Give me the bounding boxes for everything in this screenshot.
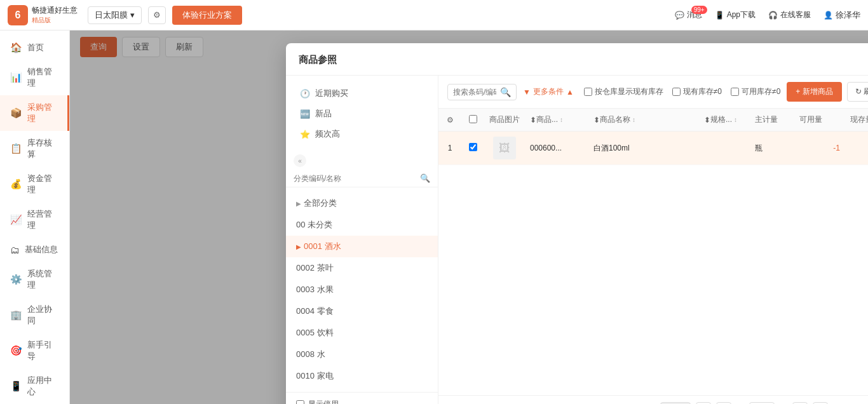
chevron-down-icon: ▾ bbox=[130, 10, 135, 20]
sort-arrow-code[interactable]: ↕ bbox=[560, 116, 563, 123]
product-search-bar: 🔍 ▼ 更多条件 ▲ 按仓库显示现有库存 bbox=[438, 76, 868, 109]
filter-avail-nonzero[interactable]: 可用库存≠0 bbox=[731, 86, 780, 97]
messages-nav-item[interactable]: 💬 99+ 消息 bbox=[675, 10, 702, 20]
enterprise-icon: 🏢 bbox=[10, 309, 22, 321]
online-service-nav-item[interactable]: 🎧 在线客服 bbox=[768, 10, 811, 20]
quick-link-new[interactable]: 🆕 新品 bbox=[294, 104, 430, 124]
show-disabled-area: 显示停用 bbox=[286, 392, 438, 404]
download-icon: 📱 bbox=[715, 11, 724, 20]
category-appliance[interactable]: 0010 家电 bbox=[286, 365, 438, 387]
inventory-icon: 📋 bbox=[10, 143, 22, 154]
category-liquor[interactable]: ▶ 0001 酒水 bbox=[286, 236, 438, 257]
category-unclassified[interactable]: 00 未分类 bbox=[286, 214, 438, 236]
app-download-nav-item[interactable]: 📱 App下载 bbox=[715, 10, 756, 20]
th-name[interactable]: ⬍ 商品名称 ↕ bbox=[588, 109, 699, 131]
category-tea[interactable]: 0002 茶叶 bbox=[286, 257, 438, 279]
quick-links: 🕐 近期购买 🆕 新品 ⭐ 频次高 bbox=[286, 83, 438, 152]
product-search-icon[interactable]: 🔍 bbox=[500, 87, 511, 97]
user-icon: 👤 bbox=[824, 11, 833, 20]
category-list: ▶ 全部分类 00 未分类 ▶ 0001 酒水 0002 茶叶 bbox=[286, 187, 438, 392]
collapse-left-button[interactable]: « bbox=[294, 154, 306, 167]
cell-code: 000600... bbox=[525, 131, 588, 165]
sidebar-item-enterprise[interactable]: 🏢 企业协同 bbox=[0, 297, 69, 333]
category-snack[interactable]: 0004 零食 bbox=[286, 300, 438, 322]
category-beverage[interactable]: 0005 饮料 bbox=[286, 322, 438, 344]
refresh-button[interactable]: ↻ 刷新 bbox=[847, 82, 868, 102]
cell-check[interactable] bbox=[461, 131, 484, 165]
th-checkbox[interactable] bbox=[461, 109, 484, 131]
show-disabled-label[interactable]: 显示停用 bbox=[308, 399, 339, 404]
logo-text: 畅捷通好生意 精品版 bbox=[32, 6, 78, 24]
category-all[interactable]: ▶ 全部分类 bbox=[286, 192, 438, 214]
modal-title: 商品参照 bbox=[299, 54, 337, 66]
sidebar-item-apps[interactable]: 📱 应用中心 bbox=[0, 368, 69, 404]
sidebar-item-system[interactable]: ⚙️ 系统管理 bbox=[0, 262, 69, 297]
th-available: 可用量 bbox=[794, 109, 845, 131]
filter-icon: ▼ bbox=[523, 88, 531, 97]
row-checkbox[interactable] bbox=[469, 143, 477, 151]
store-selector[interactable]: 日太阳膜 ▾ bbox=[88, 6, 142, 24]
table-body: 1 🖼 000600... 白酒100ml bbox=[438, 131, 868, 165]
cell-stock: -1 bbox=[845, 131, 868, 165]
category-search-input[interactable] bbox=[294, 174, 416, 183]
recent-icon: 🕐 bbox=[300, 89, 310, 98]
quick-link-recent[interactable]: 🕐 近期购买 bbox=[294, 83, 430, 104]
apps-icon: 📱 bbox=[10, 380, 22, 392]
arrow-right-icon: ▶ bbox=[296, 200, 301, 207]
sidebar-item-purchase[interactable]: 📦 采购管理 bbox=[0, 95, 69, 131]
sidebar-item-guide[interactable]: 🎯 新手引导 bbox=[0, 333, 69, 368]
modal-body: 🕐 近期购买 🆕 新品 ⭐ 频次高 « bbox=[286, 76, 868, 404]
sidebar-item-inventory[interactable]: 📋 库存核算 bbox=[0, 131, 69, 166]
show-disabled-checkbox[interactable] bbox=[296, 400, 304, 404]
cell-spec bbox=[699, 131, 750, 165]
main-content: 查询 设置 刷新 商品参照 ✕ 🕐 近期购买 bbox=[70, 30, 868, 404]
user-avatar[interactable]: 👤 徐泽华 bbox=[824, 10, 860, 21]
filter-nonzero-stock[interactable]: 现有库存≠0 bbox=[672, 86, 722, 97]
operations-icon: 📈 bbox=[10, 214, 22, 226]
quick-link-frequent[interactable]: ⭐ 频次高 bbox=[294, 124, 430, 144]
sidebar-item-basic-info[interactable]: 🗂 基础信息 bbox=[0, 238, 69, 262]
checkbox-filters: 按仓库显示现有库存 现有库存≠0 可用库存≠0 bbox=[584, 86, 781, 97]
category-fruit[interactable]: 0003 水果 bbox=[286, 279, 438, 300]
top-navigation: 6 畅捷通好生意 精品版 日太阳膜 ▾ ⚙ 体验行业方案 💬 99+ 消息 📱 … bbox=[0, 0, 868, 30]
star-icon: ⭐ bbox=[300, 130, 310, 139]
sort-icon-spec: ⬍ bbox=[704, 116, 710, 125]
sidebar-item-operations[interactable]: 📈 经营管理 bbox=[0, 202, 69, 238]
sidebar-item-finance[interactable]: 💰 资金管理 bbox=[0, 166, 69, 202]
th-code[interactable]: ⬍ 商品... ↕ bbox=[525, 109, 588, 131]
sidebar-item-sales[interactable]: 📊 销售管理 bbox=[0, 60, 69, 95]
basic-info-icon: 🗂 bbox=[10, 245, 20, 255]
th-stock: 现存量 bbox=[845, 109, 868, 131]
trial-button[interactable]: 体验行业方案 bbox=[172, 6, 242, 25]
category-search-icon[interactable]: 🔍 bbox=[420, 173, 430, 183]
filter-warehouse-stock[interactable]: 按仓库显示现有库存 bbox=[584, 86, 663, 97]
sales-icon: 📊 bbox=[10, 72, 22, 83]
add-product-button[interactable]: + 新增商品 bbox=[787, 82, 841, 102]
th-settings[interactable]: ⚙ bbox=[438, 109, 461, 131]
logo-icon: 6 bbox=[8, 5, 28, 25]
product-reference-modal: 商品参照 ✕ 🕐 近期购买 🆕 新品 bbox=[286, 43, 868, 404]
finance-icon: 💰 bbox=[10, 178, 22, 190]
select-all-checkbox[interactable] bbox=[469, 115, 477, 123]
system-icon: ⚙️ bbox=[10, 274, 22, 285]
table-row[interactable]: 1 🖼 000600... 白酒100ml bbox=[438, 131, 868, 165]
headset-icon: 🎧 bbox=[768, 11, 778, 20]
th-image: 商品图片 bbox=[484, 109, 525, 131]
th-spec[interactable]: ⬍ 规格... ↕ bbox=[699, 109, 750, 131]
category-water[interactable]: 0008 水 bbox=[286, 344, 438, 365]
cell-num: 1 bbox=[438, 131, 461, 165]
cell-name: 白酒100ml bbox=[588, 131, 699, 165]
action-buttons: + 新增商品 ↻ 刷新 bbox=[787, 82, 868, 102]
more-filter-button[interactable]: ▼ 更多条件 ▲ bbox=[523, 86, 574, 97]
gear-button[interactable]: ⚙ bbox=[148, 6, 166, 24]
cell-image: 🖼 bbox=[484, 131, 525, 165]
sort-arrow-spec[interactable]: ↕ bbox=[734, 116, 737, 123]
sidebar-item-home[interactable]: 🏠 首页 bbox=[0, 36, 69, 60]
modal-right-panel: 🔍 ▼ 更多条件 ▲ 按仓库显示现有库存 bbox=[438, 76, 868, 404]
th-unit: 主计量 bbox=[750, 109, 794, 131]
product-search-input[interactable] bbox=[453, 88, 496, 97]
product-table-wrap: ⚙ 商品图片 ⬍ bbox=[438, 109, 868, 395]
guide-icon: 🎯 bbox=[10, 345, 22, 356]
sort-arrow-name[interactable]: ↕ bbox=[632, 116, 635, 123]
table-head: ⚙ 商品图片 ⬍ bbox=[438, 109, 868, 131]
